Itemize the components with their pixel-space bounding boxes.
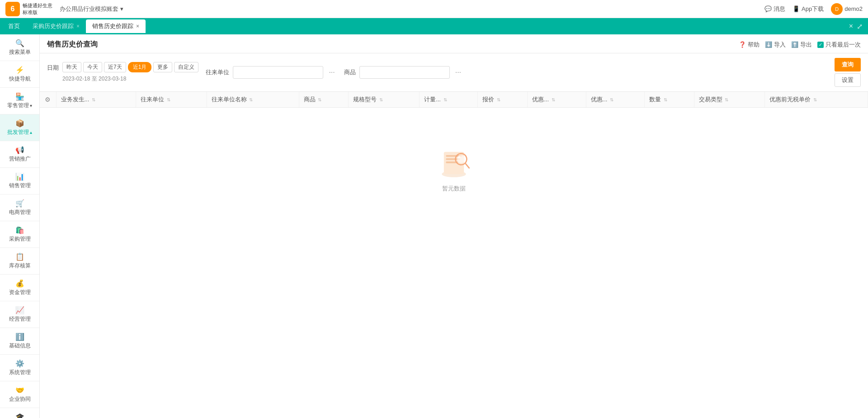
empty-svg-icon [434,144,474,180]
sort-arrows-trade-type: ⇅ [725,97,728,102]
handshake-icon: 🤝 [15,386,24,394]
message-button[interactable]: 💬 消息 [764,5,785,13]
sidebar-item-sales-mgmt[interactable]: 📊 销售管理 [0,168,39,195]
sidebar-item-operation[interactable]: 📈 经营管理 [0,301,39,328]
custom-date-btn[interactable]: 自定义 [174,62,198,72]
graduation-icon: 🎓 [15,413,24,418]
tabbar: 首页 采购历史价跟踪 × 销售历史价跟踪 × × ⤢ [0,18,868,34]
chart-icon: 📊 [15,172,24,181]
chevron-down-icon: ▾ [30,103,32,108]
lightning-icon: ⚡ [15,66,24,74]
user-account[interactable]: D demo2 [831,3,863,15]
sort-arrows-quote: ⇅ [497,97,500,102]
tab-purchase[interactable]: 采购历史价跟踪 × [26,19,86,33]
th-business-date[interactable]: 业务发生... ⇅ [56,92,136,108]
sidebar-item-wholesale[interactable]: 📦 批发管理 ▴ [0,114,39,141]
info-icon: ℹ️ [15,332,24,341]
date-filter-label: 日期 [47,62,59,72]
partner-input[interactable] [233,66,323,79]
today-btn[interactable]: 今天 [83,62,102,72]
sidebar-item-inventory[interactable]: 📋 库存核算 [0,248,39,275]
sidebar-item-system[interactable]: ⚙️ 系统管理 [0,355,39,381]
date-row1: 昨天 今天 近7天 近1月 更多 自定义 [62,62,198,72]
help-icon: ❓ [739,41,746,48]
data-table: ⚙ 业务发生... ⇅ 往来单位 ⇅ 往来单位名称 ⇅ [40,92,868,108]
only-last-checkbox[interactable] [817,42,824,48]
tab-sales-close[interactable]: × [136,23,139,29]
partner-dots-button[interactable]: ··· [327,68,336,76]
sidebar-item-search[interactable]: 🔍 搜索菜单 [0,34,39,61]
chevron-up-icon: ▴ [30,130,32,135]
sidebar-item-quicknav[interactable]: ⚡ 快捷导航 [0,61,39,88]
topbar-right: 💬 消息 📱 App下载 D demo2 [764,3,863,15]
search-icon: 🔍 [15,39,24,48]
sidebar-item-basic-info[interactable]: ℹ️ 基础信息 [0,328,39,355]
th-unit[interactable]: 计量... ⇅ [420,92,478,108]
table-container: ⚙ 业务发生... ⇅ 往来单位 ⇅ 往来单位名称 ⇅ [40,92,868,418]
goods-filter-group: 商品 ··· [344,66,463,79]
column-settings-icon[interactable]: ⚙ [45,96,51,103]
export-button[interactable]: ⬆️ 导出 [791,41,812,49]
goods-input[interactable] [359,66,450,79]
empty-illustration [434,144,474,180]
th-quote[interactable]: 报价 ⇅ [478,92,528,108]
sidebar-item-cooperation[interactable]: 🤝 企业协同 [0,381,39,408]
th-goods[interactable]: 商品 ⇅ [299,92,349,108]
filter-bar: 日期 昨天 今天 近7天 近1月 更多 自定义 2023-02-18 至 202… [40,53,868,92]
last1month-btn[interactable]: 近1月 [128,62,152,72]
company-selector[interactable]: 办公用品行业模拟账套 ▾ [56,3,127,15]
sidebar-item-retail[interactable]: 🏪 零售管理 ▾ [0,88,39,114]
th-spec[interactable]: 规格型号 ⇅ [349,92,420,108]
sidebar-item-finance[interactable]: 💰 资金管理 [0,275,39,301]
message-icon: 💬 [764,5,772,12]
table-header-row: ⚙ 业务发生... ⇅ 往来单位 ⇅ 往来单位名称 ⇅ [40,92,868,108]
th-discount1[interactable]: 优惠... ⇅ [528,92,586,108]
help-button[interactable]: ❓ 帮助 [739,41,760,49]
box-icon: 📦 [15,119,24,128]
sort-arrows-discount2: ⇅ [610,97,613,102]
th-pretax-price[interactable]: 优惠前无税单价 ⇅ [765,92,868,108]
tab-home[interactable]: 首页 [2,19,26,33]
th-partner-code[interactable]: 往来单位 ⇅ [136,92,207,108]
sidebar: 🔍 搜索菜单 ⚡ 快捷导航 🏪 零售管理 ▾ 📦 批发管理 ▴ 📢 营销推广 [0,34,40,418]
query-button[interactable]: 查询 [835,58,861,71]
export-icon: ⬆️ [791,41,798,48]
sort-arrows-goods: ⇅ [318,97,321,102]
th-partner-name[interactable]: 往来单位名称 ⇅ [207,92,299,108]
app-download-button[interactable]: 📱 App下载 [793,5,824,13]
yesterday-btn[interactable]: 昨天 [62,62,81,72]
sort-arrows-partner-code: ⇅ [167,97,170,102]
phone-icon: 📱 [793,5,800,12]
partner-filter-group: 往来单位 ··· [206,66,336,79]
sidebar-item-guide[interactable]: 🎓 新手引导 [0,408,39,418]
page-title: 销售历史价查询 [47,40,98,49]
import-button[interactable]: ⬇️ 导入 [765,41,786,49]
only-last-checkbox-label[interactable]: 只看最后一次 [817,41,861,49]
last7days-btn[interactable]: 近7天 [104,62,126,72]
setting-button[interactable]: 设置 [835,73,861,87]
th-trade-type[interactable]: 交易类型 ⇅ [694,92,765,108]
main-layout: 🔍 搜索菜单 ⚡ 快捷导航 🏪 零售管理 ▾ 📦 批发管理 ▴ 📢 营销推广 [0,34,868,418]
goods-dots-button[interactable]: ··· [453,68,463,76]
tab-sales[interactable]: 销售历史价跟踪 × [86,19,146,33]
goods-filter-label: 商品 [344,68,356,76]
close-all-tabs-button[interactable]: × [849,22,853,30]
th-settings[interactable]: ⚙ [40,92,56,108]
th-discount2[interactable]: 优惠... ⇅ [586,92,644,108]
date-range-text: 2023-02-18 至 2023-03-18 [62,75,198,83]
fullscreen-button[interactable]: ⤢ [857,22,863,31]
svg-point-8 [458,156,460,158]
megaphone-icon: 📢 [15,146,24,154]
topbar: 6 畅捷通好生意 标准版 办公用品行业模拟账套 ▾ 💬 消息 📱 App下载 D… [0,0,868,18]
tab-purchase-close[interactable]: × [76,23,80,29]
th-quantity[interactable]: 数量 ⇅ [644,92,694,108]
more-date-btn[interactable]: 更多 [153,62,172,72]
partner-filter-label: 往来单位 [206,68,229,76]
sidebar-item-marketing[interactable]: 📢 营销推广 [0,141,39,168]
sidebar-item-ecommerce[interactable]: 🛒 电商管理 [0,195,39,221]
sort-arrows-spec: ⇅ [379,97,383,102]
sidebar-item-purchase[interactable]: 🛍️ 采购管理 [0,221,39,248]
sort-arrows-partner-name: ⇅ [249,97,253,102]
empty-text: 暂元数据 [442,185,466,193]
sort-arrows-quantity: ⇅ [664,97,667,102]
